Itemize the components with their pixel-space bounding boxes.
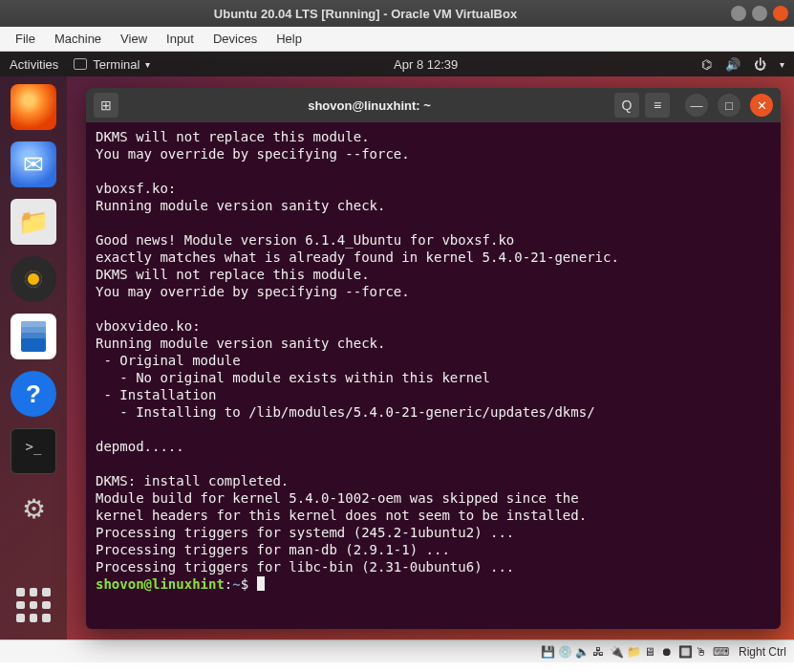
dock-rhythmbox[interactable] (11, 256, 56, 302)
new-tab-button[interactable]: ⊞ (94, 93, 118, 118)
vb-cd-icon[interactable]: 💿 (558, 645, 571, 659)
terminal-window: ⊞ shovon@linuxhint: ~ Q ≡ — □ ✕ DKMS wil… (86, 88, 781, 629)
vb-display-icon[interactable]: 🖥 (644, 645, 657, 659)
vb-audio-icon[interactable]: 🔈 (575, 645, 589, 659)
vb-menu-view[interactable]: View (111, 32, 157, 46)
virtualbox-titlebar: Ubuntu 20.04 LTS [Running] - Oracle VM V… (0, 0, 794, 27)
vb-rec-icon[interactable]: ⏺ (661, 645, 675, 659)
activities-button[interactable]: Activities (10, 57, 58, 72)
window-maximize-button[interactable]: □ (718, 94, 740, 117)
vb-close-button[interactable] (773, 6, 788, 21)
dock-terminal[interactable] (11, 428, 56, 474)
vb-shared-icon[interactable]: 📁 (627, 645, 640, 659)
vb-hostkey-label: Right Ctrl (739, 645, 786, 659)
chevron-down-icon: ▾ (780, 59, 784, 70)
dock-libreoffice-writer[interactable] (11, 314, 56, 359)
vb-usb-icon[interactable]: 🔌 (610, 645, 623, 659)
vb-mouse-icon[interactable]: 🖱 (696, 645, 709, 659)
dock: ✉ 📁 ? ⚙ (0, 76, 67, 639)
terminal-title: shovon@linuxhint: ~ (124, 98, 614, 113)
terminal-menu-icon (74, 58, 87, 70)
window-close-button[interactable]: ✕ (750, 94, 773, 117)
terminal-header[interactable]: ⊞ shovon@linuxhint: ~ Q ≡ — □ ✕ (86, 88, 781, 122)
vb-minimize-button[interactable] (731, 6, 746, 21)
clock[interactable]: Apr 8 12:39 (150, 57, 701, 72)
gnome-topbar: Activities Terminal ▾ Apr 8 12:39 ⌬ 🔊 ⏻ … (0, 52, 794, 76)
vb-menu-input[interactable]: Input (157, 32, 204, 46)
vb-net-icon[interactable]: 🖧 (592, 645, 606, 659)
network-icon[interactable]: ⌬ (701, 57, 712, 72)
dock-files[interactable]: 📁 (11, 199, 56, 245)
vb-menu-file[interactable]: File (6, 32, 45, 46)
app-menu-label: Terminal (93, 57, 139, 72)
system-tray[interactable]: ⌬ 🔊 ⏻ ▾ (701, 57, 784, 72)
power-icon[interactable]: ⏻ (754, 57, 766, 72)
dock-settings[interactable]: ⚙ (11, 486, 56, 531)
vb-menu-devices[interactable]: Devices (204, 32, 267, 46)
app-menu[interactable]: Terminal ▾ (74, 57, 150, 72)
vb-hdd-icon[interactable]: 💾 (541, 645, 554, 659)
vb-menu-machine[interactable]: Machine (45, 32, 111, 46)
vb-cpu-icon[interactable]: 🔲 (678, 645, 692, 659)
dock-firefox[interactable] (11, 84, 56, 130)
virtualbox-title: Ubuntu 20.04 LTS [Running] - Oracle VM V… (6, 7, 725, 21)
vb-hostkey-indicator: ⌨ (713, 645, 729, 659)
vb-menu-help[interactable]: Help (267, 32, 311, 46)
vb-maximize-button[interactable] (752, 6, 767, 21)
window-minimize-button[interactable]: — (685, 94, 708, 117)
hamburger-menu-button[interactable]: ≡ (645, 93, 670, 118)
search-button[interactable]: Q (614, 93, 639, 118)
virtualbox-statusbar: 💾 💿 🔈 🖧 🔌 📁 🖥 ⏺ 🔲 🖱 ⌨ Right Ctrl (0, 639, 794, 662)
dock-help[interactable]: ? (11, 371, 56, 417)
virtualbox-menubar: File Machine View Input Devices Help (0, 27, 794, 52)
show-applications-button[interactable] (12, 584, 54, 626)
terminal-body[interactable]: DKMS will not replace this module. You m… (86, 122, 781, 629)
dock-thunderbird[interactable]: ✉ (11, 141, 56, 187)
ubuntu-desktop: Activities Terminal ▾ Apr 8 12:39 ⌬ 🔊 ⏻ … (0, 52, 794, 639)
volume-icon[interactable]: 🔊 (725, 57, 740, 72)
